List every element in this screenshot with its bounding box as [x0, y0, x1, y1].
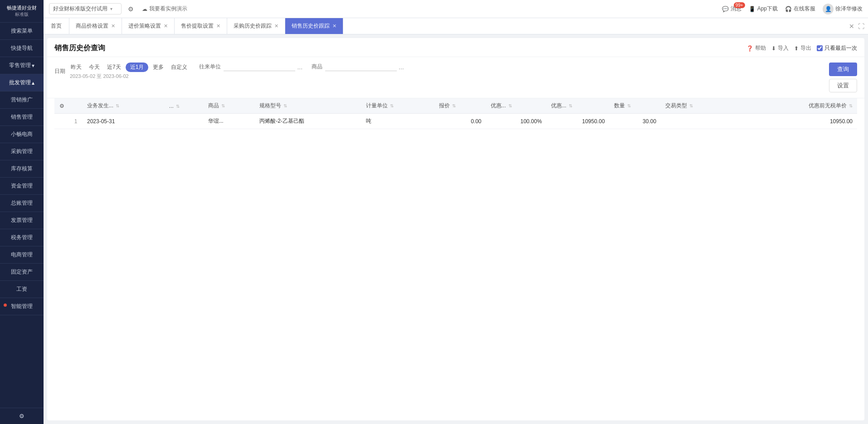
cell-discount-amt: 10950.00 — [546, 114, 610, 129]
sidebar-item-xiaochangec[interactable]: 小畅电商 — [0, 126, 44, 143]
filter-actions: 查询 设置 — [829, 63, 857, 92]
demo-link[interactable]: ☁ 我要看实例演示 — [142, 5, 187, 13]
import-label: 导入 — [778, 44, 789, 52]
th-unit[interactable]: 计量单位 ⇅ — [361, 98, 434, 114]
edition-selector[interactable]: 好业财标准版交付试用 ▾ — [49, 3, 122, 14]
last-only-checkbox-label[interactable]: 只看最后一次 — [817, 44, 857, 52]
tab-purchase-history[interactable]: 采购历史价跟踪 ✕ — [227, 18, 285, 34]
table-row: 1 2023-05-31 华谊... 丙烯酸-2-乙基己酯 吨 0.00 100… — [54, 114, 857, 129]
settings-button[interactable]: 设置 — [829, 79, 857, 92]
th-price[interactable]: 报价 ⇅ — [434, 98, 486, 114]
th-discount-rate[interactable]: 优惠... ⇅ — [486, 98, 546, 114]
tab-price-settings-close-icon[interactable]: ✕ — [111, 23, 115, 29]
query-button[interactable]: 查询 — [829, 63, 857, 76]
date-btn-more[interactable]: 更多 — [150, 63, 166, 72]
tab-sales-history-close-icon[interactable]: ✕ — [332, 23, 336, 29]
tab-pricing-strategy-close-icon[interactable]: ✕ — [164, 23, 168, 29]
th-spec[interactable]: 规格型号 ⇅ — [255, 98, 361, 114]
tab-price-fetch-close-icon[interactable]: ✕ — [216, 23, 220, 29]
sidebar-item-tax[interactable]: 税务管理 — [0, 229, 44, 246]
sidebar-item-search[interactable]: 搜索菜单 — [0, 23, 44, 40]
tab-home[interactable]: 首页 — [44, 18, 69, 34]
cell-product: 华谊... — [204, 114, 255, 129]
user-profile-button[interactable]: 👤 徐泽华修改 — [823, 4, 863, 14]
sidebar-item-capital-label: 资金管理 — [11, 183, 33, 189]
sidebar-item-ecom[interactable]: 电商管理 — [0, 246, 44, 264]
date-btn-yesterday[interactable]: 昨天 — [68, 63, 84, 72]
tab-pricing-strategy[interactable]: 进价策略设置 ✕ — [122, 18, 175, 34]
source-unit-input[interactable] — [224, 63, 295, 71]
sidebar-item-general[interactable]: 总账管理 — [0, 195, 44, 212]
tab-close-all-icon[interactable]: ✕ — [849, 23, 854, 30]
date-btn-today[interactable]: 今天 — [86, 63, 102, 72]
sidebar-item-sales[interactable]: 销售管理 — [0, 109, 44, 126]
cell-spacer — [734, 114, 752, 129]
tab-sales-history-label: 销售历史价跟踪 — [292, 22, 330, 30]
th-qty[interactable]: 数量 ⇅ — [610, 98, 661, 114]
th-tx-type[interactable]: 交易类型 ⇅ — [661, 98, 734, 114]
th-gear[interactable]: ⚙ — [54, 98, 69, 114]
sidebar-item-payroll[interactable]: 工资 — [0, 281, 44, 298]
th-pretax-price[interactable]: 优惠前无税单价 ⇅ — [752, 98, 857, 114]
sidebar-item-xiaochangec-label: 小畅电商 — [11, 131, 33, 137]
date-buttons: 昨天 今天 近7天 近1月 更多 自定义 — [68, 63, 190, 72]
tab-sales-history[interactable]: 销售历史价跟踪 ✕ — [285, 18, 343, 34]
tab-purchase-history-close-icon[interactable]: ✕ — [274, 23, 278, 29]
tab-price-settings[interactable]: 商品价格设置 ✕ — [69, 18, 122, 34]
th-no — [69, 98, 83, 114]
sidebar-item-quick-nav[interactable]: 快捷导航 — [0, 40, 44, 57]
th-date[interactable]: 业务发生... ⇅ — [83, 98, 165, 114]
export-icon: ⬆ — [794, 45, 799, 52]
message-badge: 99+ — [734, 2, 745, 8]
table-header-row: ⚙ 业务发生... ⇅ ... ⇅ 商品 ⇅ — [54, 98, 857, 114]
export-button[interactable]: ⬆ 导出 — [794, 44, 811, 52]
sidebar-item-inventory[interactable]: 库存核算 — [0, 160, 44, 178]
online-service-label: 在线客服 — [794, 5, 815, 13]
product-input[interactable] — [325, 63, 397, 71]
help-button[interactable]: ❓ 帮助 — [746, 44, 766, 52]
sort-icon-discount-rate: ⇅ — [508, 103, 512, 108]
sidebar-item-marketing[interactable]: 营销推广 — [0, 92, 44, 109]
source-unit-dots[interactable]: ... — [297, 63, 302, 71]
import-button[interactable]: ⬇ 导入 — [771, 44, 789, 52]
source-unit-label: 往来单位 — [199, 63, 221, 71]
sidebar-settings-button[interactable]: ⚙ — [0, 408, 44, 424]
sort-icon-spec: ⇅ — [283, 103, 287, 108]
table-container: ⚙ 业务发生... ⇅ ... ⇅ 商品 ⇅ — [47, 98, 864, 420]
sidebar-item-wholesale[interactable]: 批发管理 ▴ — [0, 74, 44, 92]
edition-label: 好业财标准版交付试用 — [53, 5, 107, 13]
sidebar-item-capital[interactable]: 资金管理 — [0, 178, 44, 195]
last-only-checkbox[interactable] — [817, 45, 823, 51]
product-filter-label: 商品 — [312, 63, 322, 71]
message-button[interactable]: 💬 消息 99+ — [722, 5, 741, 13]
sidebar-item-fixed-assets[interactable]: 固定资产 — [0, 264, 44, 281]
date-btn-1month[interactable]: 近1月 — [126, 63, 149, 72]
sidebar: 畅捷通好业财 标准版 搜索菜单 快捷导航 零售管理 ▾ 批发管理 ▴ 营销推广 … — [0, 0, 44, 424]
cell-spec: 丙烯酸-2-乙基己酯 — [255, 114, 361, 129]
sidebar-item-smart[interactable]: 智能管理 — [0, 298, 44, 315]
tab-expand-icon[interactable]: ⛶ — [858, 23, 864, 30]
th-discount-amt[interactable]: 优惠... ⇅ — [546, 98, 610, 114]
last-only-label: 只看最后一次 — [824, 44, 857, 52]
gear-icon: ⚙ — [19, 413, 24, 419]
th-more[interactable]: ... ⇅ — [165, 98, 204, 114]
th-qty-label: 数量 — [614, 102, 625, 109]
export-label: 导出 — [800, 44, 811, 52]
cell-qty: 30.00 — [610, 114, 661, 129]
tab-price-fetch[interactable]: 售价提取设置 ✕ — [175, 18, 227, 34]
sidebar-item-retail[interactable]: 零售管理 ▾ — [0, 57, 44, 74]
sidebar-item-purchase[interactable]: 采购管理 — [0, 143, 44, 160]
product-dots[interactable]: ... — [399, 63, 404, 71]
date-btn-custom[interactable]: 自定义 — [168, 63, 190, 72]
date-btn-7days[interactable]: 近7天 — [104, 63, 124, 72]
app-download-button[interactable]: 📱 App下载 — [749, 5, 778, 13]
th-product[interactable]: 商品 ⇅ — [204, 98, 255, 114]
date-filter-label: 日期 — [54, 67, 65, 75]
cell-discount-rate: 100.00% — [486, 114, 546, 129]
topbar-settings-icon[interactable]: ⚙ — [126, 5, 136, 13]
sidebar-item-marketing-label: 营销推广 — [11, 96, 33, 103]
th-unit-label: 计量单位 — [366, 102, 388, 109]
tab-bar: 首页 商品价格设置 ✕ 进价策略设置 ✕ 售价提取设置 ✕ 采购历史价跟踪 ✕ … — [44, 18, 868, 34]
online-service-button[interactable]: 🎧 在线客服 — [785, 5, 815, 13]
sidebar-item-invoice[interactable]: 发票管理 — [0, 212, 44, 229]
